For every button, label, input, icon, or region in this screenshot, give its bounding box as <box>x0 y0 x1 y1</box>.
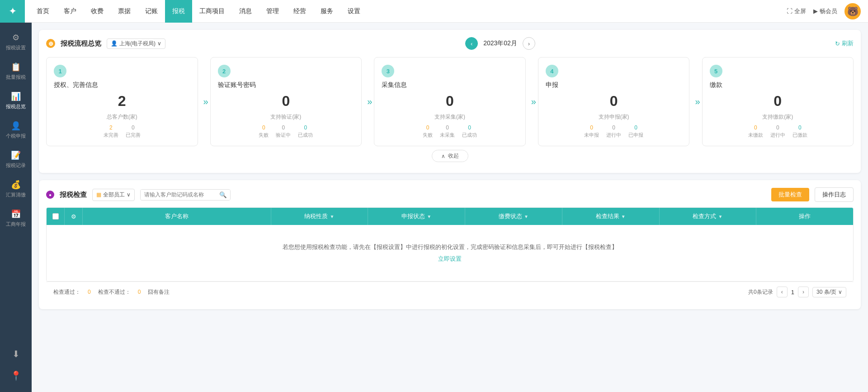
sidebar-item-tax-record[interactable]: 📝 报税记录 <box>0 145 32 174</box>
sidebar-item-tax-overview[interactable]: 📊 报税总览 <box>0 86 32 115</box>
filter-triangle-2[interactable]: ▼ <box>427 214 431 219</box>
nav-settings[interactable]: 设置 <box>340 0 368 23</box>
sidebar-label-tax-overview: 报税总览 <box>6 103 26 110</box>
logo-icon: ✦ <box>9 5 17 17</box>
flow-overview-header: ⊕ 报税流程总览 👤 上海(电子税局) ∨ ‹ 2023年02月 › ↻ 刷新 <box>46 37 854 50</box>
search-button[interactable]: 🔍 <box>216 190 231 200</box>
th-operation: 操作 <box>756 208 853 225</box>
sidebar-download-button[interactable]: ⬇ <box>9 345 24 363</box>
nav-accounting[interactable]: 记账 <box>138 0 165 23</box>
user-avatar[interactable]: 🐻 <box>844 3 861 19</box>
tax-overview-icon: 📊 <box>11 91 21 101</box>
step3-stat-success[interactable]: 0 <box>462 124 477 131</box>
month-navigation: ‹ 2023年02月 › <box>465 37 535 50</box>
th-checkbox[interactable] <box>47 208 65 225</box>
employee-filter[interactable]: ▦ 全部员工 ∨ <box>92 189 135 201</box>
table-body: 若您想使用报税检查功能，请先在【报税设置】中进行报税的初化设置，完成密码验证和信… <box>47 225 853 281</box>
annual-report-icon: 📅 <box>11 209 21 219</box>
nav-client[interactable]: 客户 <box>57 0 84 23</box>
nav-service[interactable]: 服务 <box>313 0 340 23</box>
location-tag[interactable]: 👤 上海(电子税局) ∨ <box>107 38 165 49</box>
batch-check-button[interactable]: 批量检查 <box>771 188 809 201</box>
step-num-1: 1 <box>54 65 66 77</box>
step4-stat-undeclared[interactable]: 0 <box>584 124 599 131</box>
step4-stat-declared[interactable]: 0 <box>628 124 643 131</box>
nav-right-area: ⛶ 全屏 ▶ 畅会员 🐻 <box>787 3 861 19</box>
nav-home[interactable]: 首页 <box>29 0 57 23</box>
step2-stat-fail[interactable]: 0 <box>259 124 269 131</box>
fail-count[interactable]: 0 <box>138 289 141 295</box>
nav-items: 首页 客户 收费 票据 记账 报税 工商项目 消息 管理 经营 服务 设置 <box>29 0 787 23</box>
th-settings[interactable]: ⚙ <box>65 208 83 225</box>
step1-stat-incomplete[interactable]: 2 <box>104 124 118 131</box>
nav-tax[interactable]: 报税 <box>165 0 192 23</box>
nav-manage[interactable]: 管理 <box>259 0 286 23</box>
collapse-icon: ∧ <box>441 153 445 159</box>
header-checkbox[interactable] <box>52 213 59 220</box>
nav-invoice[interactable]: 票据 <box>111 0 138 23</box>
sidebar-item-tax-settings[interactable]: ⚙ 报税设置 <box>0 27 32 57</box>
pagination: 共0条记录 ‹ 1 › 30 条/页 ∨ <box>748 287 846 297</box>
th-tax-nature: 纳税性质 ▼ <box>271 208 368 225</box>
step-subtitle-5: 支持缴款(家) <box>710 113 846 121</box>
filter-triangle-5[interactable]: ▼ <box>718 214 722 219</box>
collapse-button[interactable]: ∧ 收起 <box>432 150 468 162</box>
th-pay-status: 缴费状态 ▼ <box>465 208 562 225</box>
sidebar-item-annual-report[interactable]: 📅 工商年报 <box>0 204 32 233</box>
step4-stat-inprogress[interactable]: 0 <box>606 124 621 131</box>
step-title-1: 授权、完善信息 <box>54 81 190 89</box>
flow-overview-card: ⊕ 报税流程总览 👤 上海(电子税局) ∨ ‹ 2023年02月 › ↻ 刷新 <box>39 30 861 173</box>
next-page-button[interactable]: › <box>798 287 809 297</box>
sidebar-location-button[interactable]: 📍 <box>7 367 25 385</box>
table-empty-state: 若您想使用报税检查功能，请先在【报税设置】中进行报税的初化设置，完成密码验证和信… <box>47 225 853 281</box>
nav-operation[interactable]: 经营 <box>286 0 313 23</box>
sidebar-item-annual-settlement[interactable]: 💰 汇算清缴 <box>0 174 32 204</box>
flow-step-5: 5 缴款 0 支持缴款(家) 0 未缴款 0 进行中 <box>702 57 854 146</box>
operation-log-button[interactable]: 操作日志 <box>815 187 854 202</box>
sidebar-item-personal-tax[interactable]: 👤 个税申报 <box>0 115 32 145</box>
flow-step-1: 1 授权、完善信息 2 总客户数(家) 2 未完善 0 已完善 <box>46 57 198 146</box>
main-layout: ⚙ 报税设置 📋 批量报税 📊 报税总览 👤 个税申报 📝 报税记录 💰 汇算清… <box>0 23 868 392</box>
step3-stat-uncollected[interactable]: 0 <box>440 124 455 131</box>
setup-link[interactable]: 立即设置 <box>438 255 462 263</box>
filter-triangle-4[interactable]: ▼ <box>621 214 626 219</box>
filter-triangle-3[interactable]: ▼ <box>524 214 528 219</box>
member-button[interactable]: ▶ 畅会员 <box>813 7 837 15</box>
table-footer: 检查通过： 0 检查不通过： 0 囧有备注 共0条记录 ‹ 1 › 30 条/页… <box>46 282 854 302</box>
fullscreen-button[interactable]: ⛶ 全屏 <box>787 7 806 15</box>
step3-stat-fail[interactable]: 0 <box>423 124 433 131</box>
step-num-3: 3 <box>382 65 394 77</box>
filter-triangle-1[interactable]: ▼ <box>330 214 334 219</box>
step-stats-1: 2 未完善 0 已完善 <box>54 124 190 139</box>
step5-stat-paid[interactable]: 0 <box>793 124 807 131</box>
next-month-button[interactable]: › <box>523 37 535 50</box>
per-page-selector[interactable]: 30 条/页 ∨ <box>812 287 846 297</box>
sidebar-item-batch-tax[interactable]: 📋 批量报税 <box>0 57 32 86</box>
step-subtitle-2: 支持验证(家) <box>218 113 354 121</box>
step-value-1: 2 <box>54 93 190 110</box>
refresh-button[interactable]: ↻ 刷新 <box>835 39 854 48</box>
step2-stat-verifying[interactable]: 0 <box>276 124 291 131</box>
search-input[interactable] <box>141 190 216 200</box>
nav-message[interactable]: 消息 <box>232 0 259 23</box>
sidebar-label-batch-tax: 批量报税 <box>6 74 26 81</box>
step-stats-3: 0 失败 0 未采集 0 已成功 <box>382 124 518 139</box>
filter-icon: ▦ <box>96 191 101 198</box>
step2-stat-success[interactable]: 0 <box>298 124 313 131</box>
nav-business[interactable]: 工商项目 <box>192 0 232 23</box>
step-num-4: 4 <box>546 65 558 77</box>
step-title-5: 缴款 <box>710 81 846 89</box>
month-display: 2023年02月 <box>483 39 517 48</box>
step1-stat-complete[interactable]: 0 <box>126 124 141 131</box>
step-value-4: 0 <box>546 93 682 110</box>
prev-page-button[interactable]: ‹ <box>777 287 788 297</box>
play-icon: ▶ <box>813 8 818 14</box>
nav-fees[interactable]: 收费 <box>84 0 111 23</box>
sidebar-label-annual-report: 工商年报 <box>6 221 26 228</box>
pass-count[interactable]: 0 <box>88 289 91 295</box>
sidebar-label-personal-tax: 个税申报 <box>6 133 26 139</box>
prev-month-button[interactable]: ‹ <box>465 37 478 50</box>
location-person-icon: 👤 <box>111 40 118 47</box>
step5-stat-inprogress[interactable]: 0 <box>770 124 785 131</box>
step5-stat-unpaid[interactable]: 0 <box>748 124 763 131</box>
